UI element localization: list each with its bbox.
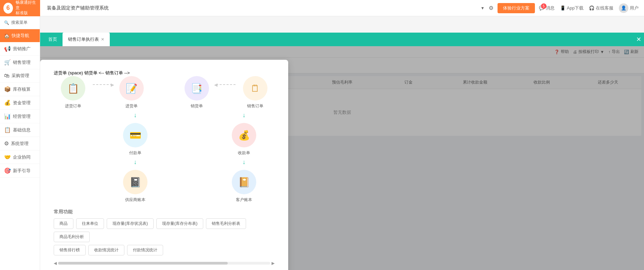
sidebar-item-purchase[interactable]: 🛍 采购管理 [0, 69, 40, 83]
logo-icon: 6 [3, 3, 13, 14]
sidebar-item-tutorial[interactable]: 🎯 新手引导 [0, 164, 40, 178]
main-content: 首页 销售订单执行表 ✕ ✕ ❓ 帮助 🖨 按模板打印 ▼ ↑ 导出 [40, 33, 644, 270]
cf-btn-product[interactable]: 商品 [54, 218, 73, 229]
trial-button[interactable]: 体验行业方案 [498, 3, 535, 13]
service-icon: 🎧 [589, 5, 594, 11]
node-payment-out[interactable]: ↓ 💳 付款单 [115, 112, 156, 156]
sidebar-item-system[interactable]: ⚙ 系统管理 [0, 137, 40, 150]
purchase-icon: 🛍 [4, 73, 10, 79]
scrollbar-thumb [58, 262, 228, 265]
home-icon: 🏠 [4, 33, 10, 38]
purchase-order-circle: 📋 [61, 76, 85, 101]
arrow-saleorder-to-saledoc: ◀ [216, 84, 236, 85]
cf-btn-payment-stats[interactable]: 付款情况统计 [127, 245, 163, 255]
sidebar-item-finance[interactable]: 💰 资金管理 [0, 96, 40, 110]
sale-order-circle: 🗒 [243, 76, 267, 101]
sidebar: 🔍 搜索菜单 🏠 快捷导航 📢 营销推广 🛒 销售管理 🛍 采购管理 📦 库存核… [0, 16, 40, 270]
cf-btn-stock-dist[interactable]: 现存量(库存分布表) [156, 218, 203, 229]
node-sale-doc[interactable]: 📑 销货单 [177, 76, 216, 109]
customer-ledger-circle: 📔 [232, 170, 256, 194]
tab-close-icon[interactable]: ✕ [101, 37, 104, 42]
message-label: 消息 [546, 5, 555, 11]
customer-ledger-label: 客户账本 [236, 197, 252, 203]
node-payment-in[interactable]: ↓ 💰 收款单 [224, 112, 264, 156]
operations-icon: 📊 [4, 113, 11, 120]
cf-btn-stock-status[interactable]: 现存量(库存状况表) [107, 218, 154, 229]
content-area: ❓ 帮助 🖨 按模板打印 ▼ ↑ 导出 🔄 刷新 📅 单据状态 [40, 46, 644, 270]
arrow-down-payment-in: ↓ [243, 159, 246, 166]
node-purchase-doc[interactable]: 📝 进货单 [112, 76, 151, 109]
message-item[interactable]: 💬 5 消息 [539, 5, 555, 11]
popup-scrollbar: ◀ ▶ [54, 261, 275, 266]
enterprise-icon: 🤝 [4, 154, 11, 160]
search-menu[interactable]: 🔍 搜索菜单 [0, 16, 40, 29]
dropdown-arrow[interactable]: ▼ [481, 6, 485, 11]
common-functions: 常用功能 商品 往来单位 现存量(库存状况表) 现存量(库存分布表) 销售毛利分… [54, 209, 275, 255]
node-sale-order[interactable]: 🗒 销售订单 [236, 76, 275, 109]
tutorial-icon: 🎯 [4, 167, 11, 174]
cf-buttons: 商品 往来单位 现存量(库存状况表) 现存量(库存分布表) 销售毛利分析表 商品… [54, 218, 275, 242]
node-customer-ledger[interactable]: ↓ 📔 客户账本 [224, 159, 264, 203]
arrow-down-purchase: ↓ [134, 112, 137, 119]
online-service-item[interactable]: 🎧 在线客服 [589, 5, 613, 11]
header-right: 💬 5 消息 📱 App下载 🎧 在线客服 👤 用户 [539, 3, 639, 13]
supplier-ledger-circle: 📓 [123, 170, 147, 194]
message-badge-wrap: 💬 5 [539, 5, 544, 11]
cf-btn-sales-analysis[interactable]: 销售毛利分析表 [206, 218, 246, 229]
scroll-right-arrow[interactable]: ▶ [272, 261, 275, 266]
node-purchase-order[interactable]: 📋 进货订单 [54, 76, 93, 109]
arrow-purchase-to-purchasedoc: ▶ [93, 84, 112, 85]
arrow-down-payment-out: ↓ [134, 159, 137, 166]
cf-btn-customer[interactable]: 往来单位 [76, 218, 104, 229]
window-close-icon[interactable]: ✕ [636, 36, 641, 43]
logo-area: 6 畅康通好生意 标准版 [0, 0, 40, 16]
flow-diagram: 进货单 (space) 销货单 <-- 销售订单 --> 📋 进货订单 [54, 70, 275, 205]
payment-in-label: 收款单 [238, 150, 250, 156]
user-item[interactable]: 👤 用户 [619, 3, 639, 13]
cf-btn-product-analysis[interactable]: 商品毛利分析 [54, 232, 90, 242]
tab-sales-order[interactable]: 销售订单执行表 ✕ [63, 33, 110, 46]
cf-btn-sales-rank[interactable]: 销售排行榜 [54, 245, 86, 255]
basic-info-icon: 📋 [4, 127, 11, 133]
popup-overlay[interactable]: 进货单 (space) 销货单 <-- 销售订单 --> 📋 进货订单 [40, 46, 644, 270]
tab-bar: 首页 销售订单执行表 ✕ ✕ [40, 33, 644, 46]
payment-out-circle: 💳 [123, 123, 147, 147]
top-header: 6 畅康通好生意 标准版 装备及固定资产辅助管理系统 ▼ ⚙ 体验行业方案 💬 … [0, 0, 644, 16]
sidebar-item-operations[interactable]: 📊 经营管理 [0, 110, 40, 123]
scrollbar-track[interactable] [58, 262, 270, 265]
app-icon: 📱 [560, 5, 565, 11]
sidebar-item-basic-info[interactable]: 📋 基础信息 [0, 123, 40, 137]
tab-home[interactable]: 首页 [43, 33, 63, 46]
sidebar-item-enterprise[interactable]: 🤝 企业协同 [0, 150, 40, 164]
arrow-down-sale: ↓ [243, 112, 246, 119]
sidebar-item-sales[interactable]: 🛒 销售管理 [0, 56, 40, 69]
purchase-doc-label: 进货单 [125, 103, 138, 109]
supplier-ledger-label: 供应商账本 [125, 197, 145, 203]
sale-doc-label: 销货单 [191, 103, 203, 109]
logo-text: 畅康通好生意 标准版 [16, 0, 37, 16]
purchase-doc-circle: 📝 [119, 76, 144, 101]
message-badge: 5 [541, 3, 546, 9]
marketing-icon: 📢 [4, 46, 11, 52]
app-download-item[interactable]: 📱 App下载 [560, 5, 584, 11]
payment-in-circle: 💰 [232, 123, 256, 147]
sidebar-item-marketing[interactable]: 📢 营销推广 [0, 42, 40, 56]
node-supplier-ledger[interactable]: ↓ 📓 供应商账本 [115, 159, 156, 203]
system-icon: ⚙ [4, 140, 9, 147]
scroll-left-arrow[interactable]: ◀ [54, 261, 57, 266]
sale-order-label: 销售订单 [247, 103, 263, 109]
cf-btn-receipt-stats[interactable]: 收款情况统计 [88, 245, 124, 255]
search-icon: 🔍 [4, 20, 9, 25]
purchase-order-label: 进货订单 [65, 103, 81, 109]
sale-doc-circle: 📑 [185, 76, 209, 101]
avatar: 👤 [619, 3, 628, 13]
cf-buttons-row2: 销售排行榜 收款情况统计 付款情况统计 [54, 245, 275, 255]
settings-icon[interactable]: ⚙ [489, 5, 493, 11]
inventory-icon: 📦 [4, 86, 11, 92]
sales-icon: 🛒 [4, 59, 11, 66]
sidebar-item-inventory[interactable]: 📦 库存核算 [0, 83, 40, 96]
system-title: 装备及固定资产辅助管理系统 [47, 5, 476, 11]
finance-icon: 💰 [4, 100, 11, 106]
quick-nav[interactable]: 🏠 快捷导航 [0, 29, 40, 42]
popup-box: 进货单 (space) 销货单 <-- 销售订单 --> 📋 进货订单 [40, 60, 288, 270]
